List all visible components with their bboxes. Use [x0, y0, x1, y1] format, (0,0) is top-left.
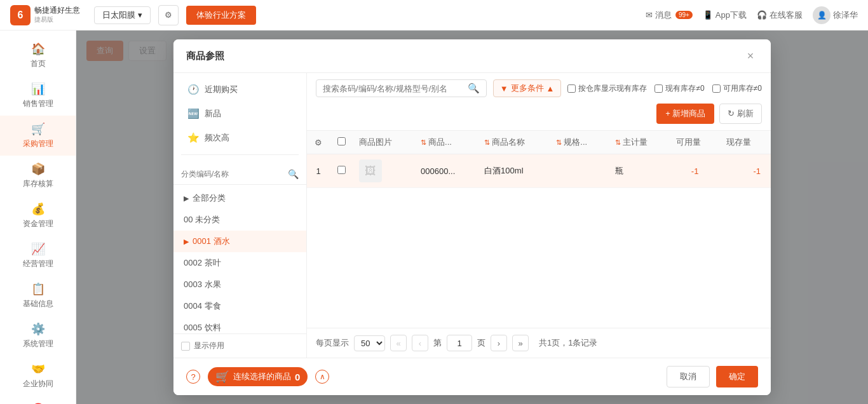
row-checkbox[interactable] [337, 166, 346, 174]
last-page-button[interactable]: » [512, 335, 529, 351]
category-snacks[interactable]: 0004 零食 [173, 295, 306, 317]
app-download-button[interactable]: 📱 App下载 [703, 10, 747, 21]
sidebar-item-finance[interactable]: 💰 资金管理 [0, 196, 76, 236]
sidebar-item-enterprise[interactable]: 🤝 企业协同 [0, 356, 76, 396]
modal-close-button[interactable]: × [743, 48, 758, 64]
tab-divider [181, 154, 299, 155]
sort-unit-icon: ⇅ [615, 138, 621, 147]
product-image: 🖼 [359, 159, 382, 182]
trial-button[interactable]: 体验行业方案 [186, 6, 256, 25]
category-liquor[interactable]: ▶ 0001 酒水 [173, 231, 306, 252]
headset-icon: 🎧 [757, 10, 767, 20]
sidebar-item-basic-info[interactable]: 📋 基础信息 [0, 276, 76, 316]
category-list: ▶ 全部分类 00 未分类 ▶ 0001 酒水 0002 茶 [173, 185, 306, 333]
sidebar-item-inventory[interactable]: 📦 库存核算 [0, 156, 76, 196]
high-freq-icon: ⭐ [187, 132, 200, 144]
content-area: 查询 设置 刷新 商品参照 × 🕐 [76, 30, 868, 404]
td-seq: 1 [307, 154, 330, 188]
left-panel: 🕐 近期购买 🆕 新品 ⭐ 频次高 [173, 73, 307, 358]
td-check[interactable] [330, 154, 353, 188]
category-tea[interactable]: 0002 茶叶 [173, 252, 306, 274]
table-row[interactable]: 1 🖼 00 [307, 154, 771, 188]
finance-icon: 💰 [31, 202, 45, 216]
table-settings-icon[interactable]: ⚙ [315, 138, 322, 147]
toolbar-right: + 新增商品 ↻ 刷新 [656, 104, 762, 124]
add-product-button[interactable]: + 新增商品 [656, 104, 714, 124]
sidebar-item-operations[interactable]: 📈 经营管理 [0, 236, 76, 276]
user-menu[interactable]: 👤 徐泽华 [813, 6, 858, 24]
filter-nonzero-stock[interactable]: 现有库存≠0 [654, 83, 704, 94]
sidebar-item-home[interactable]: 🏠 首页 [0, 36, 76, 76]
category-drinks[interactable]: 0005 饮料 [173, 317, 306, 333]
cancel-button[interactable]: 取消 [667, 366, 710, 387]
filter-nonzero-available[interactable]: 可用库存≠0 [712, 83, 762, 94]
sidebar-item-guide[interactable]: 🎯 新手引导 [0, 396, 76, 404]
th-unit[interactable]: ⇅ 主计量 [609, 131, 670, 154]
page-next-label: 页 [477, 337, 485, 349]
th-settings[interactable]: ⚙ [307, 131, 330, 154]
refresh-button[interactable]: ↻ 刷新 [719, 104, 762, 124]
filter-warehouse-checkbox[interactable] [567, 84, 576, 93]
filter-available-checkbox[interactable] [712, 84, 721, 93]
page-number-input[interactable] [447, 335, 472, 351]
th-stock: 现存量 [720, 131, 771, 154]
sidebar: 🏠 首页 📊 销售管理 🛒 采购管理 📦 库存核算 💰 资金管理 📈 经营管理 … [0, 30, 76, 404]
page-size-select[interactable]: 50 [354, 335, 385, 351]
tab-high-frequency[interactable]: ⭐ 频次高 [181, 128, 299, 148]
filter-expand-icon: ▲ [546, 84, 555, 93]
show-disabled-checkbox[interactable] [181, 342, 190, 351]
sidebar-item-purchase[interactable]: 🛒 采购管理 [0, 116, 76, 156]
product-search-input[interactable] [323, 84, 464, 93]
store-dropdown[interactable]: 日太阳膜 ▾ [94, 6, 151, 24]
logo-icon: 6 [10, 5, 31, 25]
messages-button[interactable]: ✉ 消息 99+ [646, 10, 693, 21]
category-unclassified[interactable]: 00 未分类 [173, 209, 306, 231]
th-image: 商品图片 [353, 131, 414, 154]
basic-info-icon: 📋 [31, 282, 45, 296]
filter-by-warehouse[interactable]: 按仓库显示现有库存 [567, 83, 647, 94]
category-search: 🔍 [173, 164, 306, 185]
confirm-button[interactable]: 确定 [716, 366, 758, 387]
cart-button[interactable]: 🛒 连续选择的商品 0 [208, 367, 308, 386]
show-disabled-label[interactable]: 显示停用 [181, 340, 299, 351]
top-nav: 6 畅捷通好生意 捷易版 日太阳膜 ▾ ⚙ 体验行业方案 ✉ 消息 99+ 📱 … [0, 0, 868, 30]
tab-new-products[interactable]: 🆕 新品 [181, 104, 299, 124]
td-spec [550, 154, 609, 188]
left-panel-footer: 显示停用 [173, 333, 306, 358]
prev-page-button[interactable]: ‹ [412, 335, 428, 351]
td-image: 🖼 [353, 154, 414, 188]
sidebar-item-system[interactable]: ⚙️ 系统管理 [0, 316, 76, 356]
th-spec[interactable]: ⇅ 规格... [550, 131, 609, 154]
message-icon: ✉ [646, 10, 653, 20]
category-arrow-liquor: ▶ [184, 238, 189, 246]
settings-icon[interactable]: ⚙ [158, 5, 179, 25]
logo-area: 6 畅捷通好生意 捷易版 [10, 5, 86, 25]
th-code[interactable]: ⇅ 商品... [414, 131, 478, 154]
inventory-icon: 📦 [31, 162, 45, 176]
category-search-icon[interactable]: 🔍 [288, 169, 299, 179]
select-all-checkbox[interactable] [337, 137, 346, 145]
filter-options: 按仓库显示现有库存 现有库存≠0 可用库存≠0 [567, 83, 762, 94]
category-search-input[interactable] [181, 170, 288, 178]
first-page-button[interactable]: « [390, 335, 407, 351]
product-search-icon[interactable]: 🔍 [468, 83, 480, 94]
category-all[interactable]: ▶ 全部分类 [173, 187, 306, 209]
next-page-button[interactable]: › [491, 335, 507, 351]
tab-recent-purchase[interactable]: 🕐 近期购买 [181, 79, 299, 100]
more-filter-button[interactable]: ▼ 更多条件 ▲ [493, 79, 562, 97]
help-button[interactable]: ? [186, 370, 200, 384]
category-fruit[interactable]: 0003 水果 [173, 274, 306, 295]
th-name[interactable]: ⇅ 商品名称 [478, 131, 550, 154]
product-table-container: ⚙ 商品图片 [307, 131, 771, 328]
logo-text: 畅捷通好生意 [34, 6, 80, 16]
collapse-button[interactable]: ∧ [315, 370, 329, 384]
new-products-icon: 🆕 [187, 108, 200, 119]
modal-title: 商品参照 [186, 50, 224, 62]
recent-purchase-icon: 🕐 [187, 84, 200, 95]
online-service-button[interactable]: 🎧 在线客服 [757, 10, 803, 21]
filter-stock-checkbox[interactable] [654, 84, 663, 93]
message-badge: 99+ [675, 11, 693, 19]
sidebar-item-sales[interactable]: 📊 销售管理 [0, 76, 76, 116]
modal-overlay: 商品参照 × 🕐 近期购买 🆕 [76, 30, 868, 404]
page-size-label: 每页显示 [316, 337, 349, 349]
